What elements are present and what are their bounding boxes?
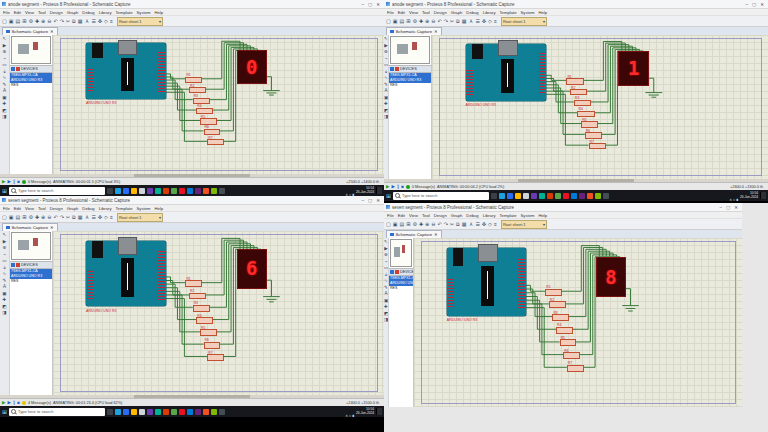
taskbar-app-icon[interactable] [219, 409, 225, 415]
taskbar-app-icon[interactable] [203, 188, 209, 194]
minimize-button[interactable]: – [745, 2, 748, 7]
resistor[interactable]: R2 [189, 293, 206, 300]
taskbar-app-icon[interactable] [163, 409, 169, 415]
toolbar-icon[interactable]: Ａ [84, 17, 89, 25]
resistor[interactable]: R1 [566, 78, 583, 84]
tray-icon[interactable]: ∧ [729, 198, 732, 202]
toolbar-icon[interactable]: ⊖ [47, 213, 51, 221]
pick-devices-button[interactable] [390, 270, 394, 274]
toolbar-icon[interactable]: ↷ [444, 220, 448, 228]
toolbar-icon[interactable]: ⧉ [456, 220, 460, 228]
sheet-selector-dropdown[interactable]: Root sheet 1 ▾ [117, 17, 163, 26]
schematic-overview-preview[interactable] [11, 36, 51, 64]
minimize-button[interactable]: – [719, 205, 722, 210]
simulation-play-button[interactable]: ▶ [386, 184, 389, 189]
resistor[interactable]: R4 [577, 111, 594, 117]
taskbar-app-icon[interactable] [147, 409, 153, 415]
maximize-button[interactable]: ▢ [368, 2, 372, 7]
mode-tool-icon[interactable]: ◩ [2, 304, 6, 310]
taskbar-app-icon[interactable] [507, 193, 513, 199]
menu-item[interactable]: Design [434, 10, 447, 15]
mode-tool-icon[interactable]: ▶ [384, 246, 387, 252]
taskbar-app-icon[interactable] [595, 193, 601, 199]
menu-item[interactable]: Template [500, 213, 517, 218]
resistor[interactable]: R4 [196, 317, 213, 324]
schematic-canvas[interactable]: ARDUINO UNO R3 1 R1R2R3R4R5R6R7 [432, 35, 768, 179]
menu-item[interactable]: Graph [451, 213, 463, 218]
tab-schematic-capture[interactable]: Schematic Capture ✕ [2, 27, 58, 35]
taskbar-app-icon[interactable] [171, 188, 177, 194]
tray-icon[interactable]: ≈ [349, 414, 351, 418]
resistor[interactable]: R4 [556, 327, 573, 334]
arduino-uno-board[interactable] [86, 241, 165, 307]
taskbar-app-icon[interactable] [171, 409, 177, 415]
close-button[interactable]: ✕ [376, 198, 380, 203]
maximize-button[interactable]: ▢ [368, 198, 372, 203]
resistor[interactable]: R1 [545, 289, 562, 296]
resistor[interactable]: R6 [585, 132, 602, 138]
maximize-button[interactable]: ▢ [752, 2, 756, 7]
mode-tool-icon[interactable]: ◩ [2, 108, 6, 114]
toolbar-icon[interactable]: ⊕ [425, 220, 429, 228]
simulation-stop-button[interactable]: ■ [17, 179, 20, 184]
resistor[interactable]: R2 [189, 87, 206, 93]
sheet-selector-dropdown[interactable]: Root sheet 1 ▾ [117, 213, 163, 222]
toolbar-icon[interactable]: ✜ [98, 213, 102, 221]
close-button[interactable]: ✕ [376, 2, 380, 7]
mode-tool-icon[interactable]: ▣ [2, 95, 6, 101]
mode-tool-icon[interactable]: ◨ [2, 114, 6, 120]
toolbar-icon[interactable]: ☰ [91, 17, 95, 25]
toolbar-icon[interactable]: ↷ [60, 213, 64, 221]
menu-item[interactable]: Help [154, 10, 163, 15]
message-status-icon[interactable] [406, 185, 410, 189]
toolbar-icon[interactable]: ✜ [482, 17, 486, 25]
resistor[interactable]: R7 [207, 354, 224, 361]
toolbar-icon[interactable]: ▦ [462, 17, 467, 25]
toolbar-icon[interactable]: ▤ [399, 17, 404, 25]
toolbar-icon[interactable]: Ａ [468, 17, 473, 25]
mode-tool-icon[interactable]: ◨ [2, 310, 6, 316]
notification-center-button[interactable] [376, 408, 382, 415]
taskbar-app-icon[interactable] [155, 409, 161, 415]
mode-tool-icon[interactable]: ✎ [384, 82, 388, 88]
toolbar-icon[interactable]: ⚙ [412, 220, 416, 228]
resistor[interactable]: R5 [560, 339, 577, 346]
taskbar-app-icon[interactable] [115, 409, 121, 415]
resistor[interactable]: R3 [552, 314, 569, 321]
toolbar-icon[interactable]: ✂ [450, 17, 454, 25]
taskbar-app-icon[interactable] [211, 188, 217, 194]
toolbar-icon[interactable]: ✂ [66, 213, 70, 221]
menu-item[interactable]: Design [434, 213, 447, 218]
toolbar-icon[interactable]: ⚙ [412, 17, 416, 25]
toolbar-icon[interactable]: ◇ [488, 17, 492, 25]
simulation-step-button[interactable]: ▶ [7, 400, 10, 405]
toolbar-icon[interactable]: ⊞ [22, 213, 26, 221]
menu-item[interactable]: File [387, 10, 394, 15]
resistor[interactable]: R5 [200, 118, 217, 124]
toolbar-icon[interactable]: Ａ [468, 220, 473, 228]
toolbar-icon[interactable]: ⚙ [28, 17, 32, 25]
mode-tool-icon[interactable]: ✎ [3, 278, 7, 284]
menu-item[interactable]: File [3, 206, 10, 211]
mode-tool-icon[interactable]: ▭ [2, 258, 6, 264]
mode-tool-icon[interactable]: ✚ [3, 101, 7, 107]
mode-tool-icon[interactable]: ⌁ [3, 56, 6, 62]
menu-item[interactable]: System [521, 213, 535, 218]
menu-item[interactable]: Edit [398, 213, 405, 218]
menu-item[interactable]: Graph [451, 10, 463, 15]
maximize-button[interactable]: ▢ [726, 205, 730, 210]
seven-segment-display[interactable]: 6 [237, 249, 267, 289]
taskbar-app-icon[interactable] [107, 409, 113, 415]
tray-icon[interactable]: ≈ [733, 198, 735, 202]
close-button[interactable]: ✕ [734, 205, 738, 210]
device-list-item[interactable]: RES [10, 83, 52, 88]
toolbar-icon[interactable]: ▣ [393, 17, 398, 25]
toolbar-icon[interactable]: Ａ [84, 213, 89, 221]
simulation-step-button[interactable]: ▶ [7, 179, 10, 184]
tab-schematic-capture[interactable]: Schematic Capture ✕ [2, 223, 58, 231]
library-button[interactable] [16, 67, 20, 71]
tab-close-icon[interactable]: ✕ [434, 232, 438, 237]
menu-item[interactable]: Library [483, 213, 496, 218]
mode-tool-icon[interactable]: ⏚ [3, 69, 6, 75]
mode-tool-icon[interactable]: ⏚ [384, 69, 387, 75]
